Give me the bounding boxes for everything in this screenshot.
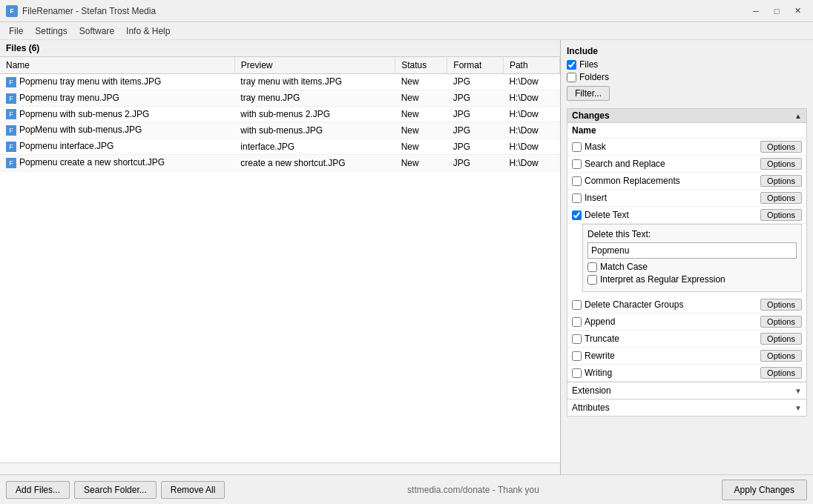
add-files-button[interactable]: Add Files... <box>6 481 70 499</box>
files-header: Files (6) <box>0 40 560 57</box>
change-checkbox-insert[interactable] <box>572 193 582 203</box>
change-row-truncate: TruncateOptions <box>567 331 806 348</box>
delete-text-input[interactable] <box>587 242 797 259</box>
cell-path: H:\Dow <box>503 122 559 139</box>
col-path[interactable]: Path <box>503 57 559 74</box>
apply-changes-button[interactable]: Apply Changes <box>722 480 807 500</box>
bottom-left: Add Files... Search Folder... Remove All <box>6 481 225 499</box>
options-button-writing[interactable]: Options <box>760 367 802 379</box>
filter-button[interactable]: Filter... <box>567 86 610 101</box>
options-button-mask[interactable]: Options <box>760 141 802 153</box>
maximize-button[interactable]: □ <box>767 4 786 19</box>
regex-checkbox[interactable] <box>587 275 597 285</box>
menu-item-software[interactable]: Software <box>73 24 120 38</box>
title-bar-left: F FileRenamer - Stefan Trost Media <box>6 5 156 17</box>
extension-label: Extension <box>572 385 611 396</box>
menu-item-settings[interactable]: Settings <box>29 24 73 38</box>
cell-status: New <box>395 122 447 139</box>
include-title: Include <box>567 46 807 56</box>
match-case-checkbox[interactable] <box>587 262 597 272</box>
change-label: Search and Replace <box>585 159 665 169</box>
table-row[interactable]: FPopmenu tray menu with items.JPGtray me… <box>0 74 560 90</box>
changes-header: Changes ▲ <box>567 109 806 123</box>
attributes-row[interactable]: Attributes ▼ <box>567 399 806 416</box>
change-checkbox-delete-text[interactable] <box>572 210 582 220</box>
close-button[interactable]: ✕ <box>788 4 807 19</box>
file-table-container[interactable]: Name Preview Status Format Path FPopmenu… <box>0 57 560 462</box>
change-row-left: Delete Text <box>572 210 629 220</box>
change-checkbox-delete-character-groups[interactable] <box>572 300 582 310</box>
change-rows-container: MaskOptionsSearch and ReplaceOptionsComm… <box>567 139 806 382</box>
cell-status: New <box>395 74 447 90</box>
change-row-left: Common Replacements <box>572 176 680 186</box>
menu-item-file[interactable]: File <box>3 24 29 38</box>
cell-preview: tray menu.JPG <box>234 90 395 106</box>
col-status[interactable]: Status <box>395 57 447 74</box>
options-button-search-and-replace[interactable]: Options <box>760 158 802 170</box>
title-bar: F FileRenamer - Stefan Trost Media ─ □ ✕ <box>0 0 813 22</box>
file-list-panel: Files (6) Name Preview Status Format Pat… <box>0 40 561 474</box>
cell-format: JPG <box>447 139 504 155</box>
options-button-rewrite[interactable]: Options <box>760 350 802 362</box>
table-row[interactable]: FPopmenu tray menu.JPGtray menu.JPGNewJP… <box>0 90 560 106</box>
change-row-left: Insert <box>572 193 607 203</box>
extension-row[interactable]: Extension ▼ <box>567 382 806 399</box>
options-button-common-replacements[interactable]: Options <box>760 175 802 187</box>
folders-checkbox[interactable] <box>567 73 576 82</box>
change-label: Delete Character Groups <box>585 299 683 310</box>
change-row-delete-character-groups: Delete Character GroupsOptions <box>567 296 806 314</box>
files-checkbox[interactable] <box>567 60 576 70</box>
files-checkbox-row: Files <box>567 59 807 70</box>
change-checkbox-common-replacements[interactable] <box>572 176 582 186</box>
minimize-button[interactable]: ─ <box>746 4 766 19</box>
cell-status: New <box>395 90 447 106</box>
change-checkbox-writing[interactable] <box>572 368 582 378</box>
options-button-insert[interactable]: Options <box>760 192 802 204</box>
changes-section: Changes ▲ Name MaskOptionsSearch and Rep… <box>567 108 807 417</box>
cell-name: FPopmenu tray menu.JPG <box>0 90 234 106</box>
cell-format: JPG <box>447 106 504 122</box>
menu-item-info---help[interactable]: Info & Help <box>120 24 176 38</box>
change-label: Mask <box>585 142 606 152</box>
change-checkbox-rewrite[interactable] <box>572 351 582 361</box>
file-icon: F <box>6 93 16 104</box>
cell-name: FPopmenu create a new shortcut.JPG <box>0 155 234 171</box>
cell-name: FPopmenu interface.JPG <box>0 139 234 155</box>
change-row-left: Truncate <box>572 334 619 344</box>
folders-checkbox-row: Folders <box>567 72 807 82</box>
change-row-left: Writing <box>572 368 612 378</box>
cell-status: New <box>395 155 447 171</box>
change-checkbox-truncate[interactable] <box>572 334 582 344</box>
table-row[interactable]: FPopmenu create a new shortcut.JPGcreate… <box>0 155 560 171</box>
cell-status: New <box>395 139 447 155</box>
options-button-truncate[interactable]: Options <box>760 333 802 345</box>
change-label: Writing <box>585 368 612 378</box>
horizontal-scrollbar[interactable] <box>0 462 560 474</box>
right-panel: Include Files Folders Filter... Changes … <box>561 40 813 474</box>
table-row[interactable]: FPopmenu interface.JPGinterface.JPGNewJP… <box>0 139 560 155</box>
change-checkbox-mask[interactable] <box>572 142 582 152</box>
cell-format: JPG <box>447 155 504 171</box>
change-checkbox-append[interactable] <box>572 317 582 327</box>
change-checkbox-search-and-replace[interactable] <box>572 159 582 169</box>
col-preview[interactable]: Preview <box>234 57 395 74</box>
table-row[interactable]: FPopMenu with sub-menus.JPGwith sub-menu… <box>0 122 560 139</box>
col-name[interactable]: Name <box>0 57 234 74</box>
cell-name: FPopmenu with sub-menus 2.JPG <box>0 106 234 122</box>
remove-all-button[interactable]: Remove All <box>161 481 226 499</box>
change-row-search-and-replace: Search and ReplaceOptions <box>567 156 806 173</box>
changes-title: Changes <box>572 110 610 121</box>
table-row[interactable]: FPopmenu with sub-menus 2.JPGwith sub-me… <box>0 106 560 122</box>
change-row-insert: InsertOptions <box>567 190 806 207</box>
scroll-up-icon[interactable]: ▲ <box>794 112 802 120</box>
options-button-delete-character-groups[interactable]: Options <box>760 299 802 311</box>
file-table: Name Preview Status Format Path FPopmenu… <box>0 57 560 171</box>
col-format[interactable]: Format <box>447 57 504 74</box>
options-button-delete-text[interactable]: Options <box>760 209 802 221</box>
file-icon: F <box>6 125 16 136</box>
search-folder-button[interactable]: Search Folder... <box>74 481 157 499</box>
change-row-left: Rewrite <box>572 351 615 361</box>
cell-path: H:\Dow <box>503 155 559 171</box>
options-button-append[interactable]: Options <box>760 316 802 328</box>
attributes-chevron-icon: ▼ <box>794 404 802 412</box>
